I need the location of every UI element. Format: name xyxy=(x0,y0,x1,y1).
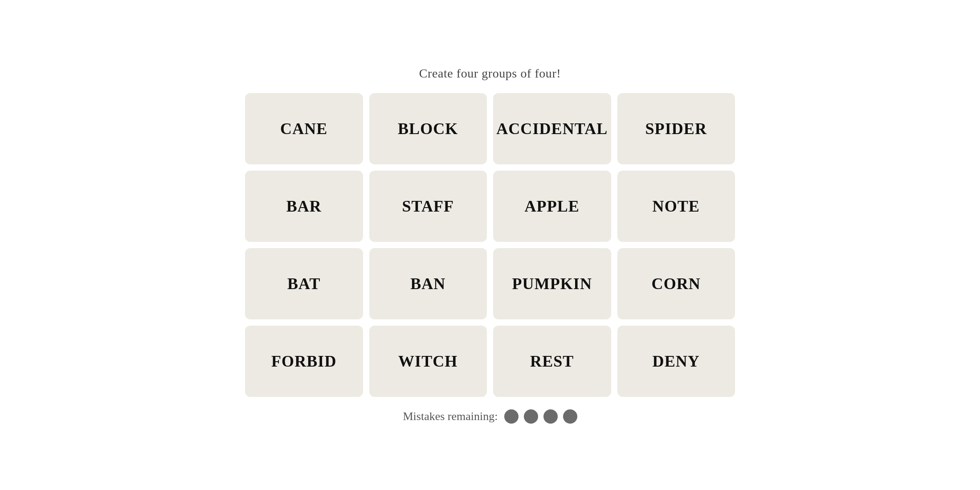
word-label-witch: WITCH xyxy=(398,352,457,371)
word-label-cane: CANE xyxy=(280,119,327,138)
word-label-deny: DENY xyxy=(653,352,700,371)
word-card-pumpkin[interactable]: PUMPKIN xyxy=(493,248,611,319)
word-label-corn: CORN xyxy=(652,274,701,293)
mistake-dot-3 xyxy=(543,409,558,424)
word-card-ban[interactable]: BAN xyxy=(369,248,487,319)
mistakes-dots xyxy=(504,409,577,424)
word-label-note: NOTE xyxy=(653,197,700,216)
mistake-dot-4 xyxy=(563,409,577,424)
word-card-corn[interactable]: CORN xyxy=(617,248,735,319)
word-card-apple[interactable]: APPLE xyxy=(493,171,611,242)
word-card-spider[interactable]: SPIDER xyxy=(617,93,735,164)
word-label-pumpkin: PUMPKIN xyxy=(512,274,592,293)
word-label-ban: BAN xyxy=(410,274,445,293)
word-label-forbid: FORBID xyxy=(271,352,337,371)
word-label-block: BLOCK xyxy=(398,119,458,138)
subtitle: Create four groups of four! xyxy=(419,66,561,81)
word-card-bar[interactable]: BAR xyxy=(245,171,363,242)
mistake-dot-2 xyxy=(524,409,538,424)
word-label-bat: BAT xyxy=(287,274,321,293)
mistake-dot-1 xyxy=(504,409,519,424)
word-card-bat[interactable]: BAT xyxy=(245,248,363,319)
word-label-staff: STAFF xyxy=(402,197,454,216)
word-card-deny[interactable]: DENY xyxy=(617,326,735,397)
word-label-rest: REST xyxy=(530,352,574,371)
word-card-staff[interactable]: STAFF xyxy=(369,171,487,242)
mistakes-label: Mistakes remaining: xyxy=(403,410,498,423)
word-label-apple: APPLE xyxy=(525,197,580,216)
word-card-block[interactable]: BLOCK xyxy=(369,93,487,164)
word-card-cane[interactable]: CANE xyxy=(245,93,363,164)
word-card-rest[interactable]: REST xyxy=(493,326,611,397)
word-grid: CANEBLOCKACCIDENTALSPIDERBARSTAFFAPPLENO… xyxy=(245,93,735,397)
word-card-forbid[interactable]: FORBID xyxy=(245,326,363,397)
game-container: Create four groups of four! CANEBLOCKACC… xyxy=(245,66,735,424)
mistakes-row: Mistakes remaining: xyxy=(403,409,577,424)
word-card-accidental[interactable]: ACCIDENTAL xyxy=(493,93,611,164)
word-label-spider: SPIDER xyxy=(645,119,707,138)
word-card-witch[interactable]: WITCH xyxy=(369,326,487,397)
word-card-note[interactable]: NOTE xyxy=(617,171,735,242)
word-label-accidental: ACCIDENTAL xyxy=(496,119,608,138)
word-label-bar: BAR xyxy=(286,197,322,216)
